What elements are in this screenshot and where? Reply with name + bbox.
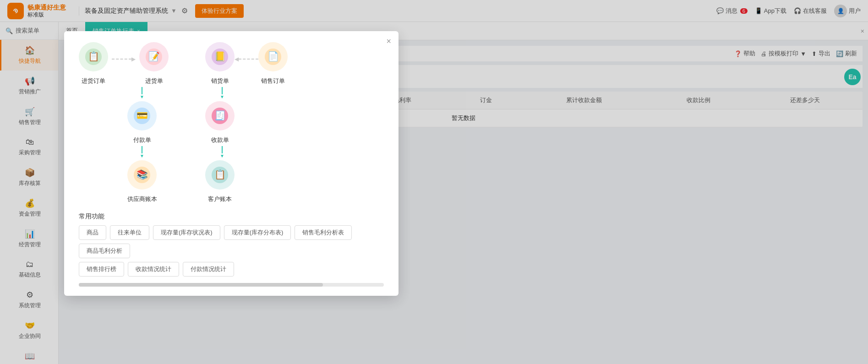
sale-bill-label: 销货单 (211, 77, 229, 85)
purchase-bill-icon: 📝 (139, 42, 169, 71)
receipt-bill-node: 🧾 收款单 (205, 101, 235, 144)
sale-bill-node: 📒 销货单 (205, 42, 235, 85)
svg-text:📄: 📄 (267, 51, 279, 62)
svg-text:📚: 📚 (136, 169, 148, 180)
modal-overlay[interactable]: × 📋 进货订单 (0, 0, 868, 364)
cf-btn-product-margin[interactable]: 商品毛利分析 (79, 244, 130, 258)
customer-ledger-icon: 📋 (205, 160, 235, 190)
arrow-purchase-order-to-bill: ▶ (108, 56, 139, 62)
payment-bill-icon: 💳 (127, 101, 157, 130)
cf-btn-units[interactable]: 往来单位 (110, 225, 149, 240)
svg-text:🧾: 🧾 (214, 110, 226, 121)
sale-order-node: 📄 销售订单 (258, 42, 288, 85)
cf-btn-payment-stats[interactable]: 付款情况统计 (183, 262, 234, 277)
purchase-bill-label: 进货单 (145, 77, 163, 85)
cf-btn-stock-status[interactable]: 现存量(库存状况表) (153, 225, 220, 240)
svg-text:💳: 💳 (136, 110, 148, 121)
cf-btn-stock-dist[interactable]: 现存量(库存分布表) (224, 225, 291, 240)
modal-close-btn[interactable]: × (386, 37, 391, 46)
modal-scroll[interactable] (79, 283, 384, 287)
svg-text:📝: 📝 (148, 51, 160, 62)
scroll-thumb (79, 283, 323, 287)
sale-bill-icon: 📒 (205, 42, 235, 71)
sale-order-icon: 📄 (258, 42, 288, 71)
sale-order-label: 销售订单 (261, 77, 285, 85)
svg-text:📋: 📋 (88, 51, 99, 62)
receipt-bill-label: 收款单 (211, 136, 229, 144)
common-functions-title: 常用功能 (79, 212, 384, 221)
cf-btn-product[interactable]: 商品 (79, 225, 106, 240)
cf-btn-receipt-stats[interactable]: 收款情况统计 (128, 262, 179, 277)
supplier-ledger-label: 供应商账本 (127, 195, 157, 203)
scroll-bar (79, 283, 384, 287)
payment-bill-node: 💳 付款单 (127, 101, 157, 144)
flow-modal: × 📋 进货订单 (64, 31, 399, 296)
svg-text:📒: 📒 (214, 51, 226, 62)
supplier-ledger-node: 📚 供应商账本 (127, 160, 157, 203)
customer-ledger-label: 客户账本 (208, 195, 232, 203)
flow-diagram: 📋 进货订单 ▶ 📝 (79, 42, 384, 203)
purchase-order-icon: 📋 (79, 42, 108, 71)
purchase-bill-node: 📝 进货单 (139, 42, 169, 85)
purchase-order-label: 进货订单 (82, 77, 105, 85)
supplier-ledger-icon: 📚 (127, 160, 157, 190)
common-functions: 常用功能 商品 往来单位 现存量(库存状况表) 现存量(库存分布表) 销售毛利分… (79, 212, 384, 277)
common-function-buttons-row2: 销售排行榜 收款情况统计 付款情况统计 (79, 262, 384, 277)
svg-text:📋: 📋 (214, 169, 226, 180)
customer-ledger-node: 📋 客户账本 (205, 160, 235, 203)
cf-btn-sales-margin[interactable]: 销售毛利分析表 (295, 225, 352, 240)
cf-btn-sales-ranking[interactable]: 销售排行榜 (79, 262, 124, 277)
receipt-bill-icon: 🧾 (205, 101, 235, 130)
common-function-buttons: 商品 往来单位 现存量(库存状况表) 现存量(库存分布表) 销售毛利分析表 商品… (79, 225, 384, 258)
payment-bill-label: 付款单 (133, 136, 151, 144)
purchase-order-node: 📋 进货订单 (79, 42, 108, 85)
